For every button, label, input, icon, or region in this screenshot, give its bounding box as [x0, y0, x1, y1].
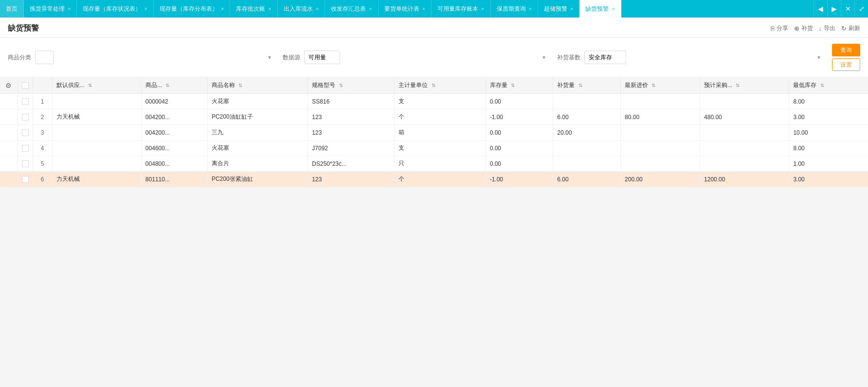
share-icon: ⎘ — [771, 25, 775, 32]
close-icon[interactable]: × — [481, 6, 484, 12]
category-select-wrapper — [35, 51, 275, 64]
refresh-button[interactable]: ↻ 刷新 — [841, 24, 860, 33]
table-row[interactable]: 2 力天机械 004200... PC200油缸缸子 123 个 -1.00 6… — [0, 109, 868, 125]
header-actions: ⎘ 分享 ⊕ 补货 ↓ 导出 ↻ 刷新 — [771, 24, 861, 33]
close-icon[interactable]: × — [221, 6, 224, 12]
nav-expand-button[interactable]: ⤢ — [854, 0, 868, 18]
settings-button[interactable]: 设置 — [832, 58, 860, 71]
close-icon[interactable]: × — [612, 6, 615, 12]
sort-icon[interactable]: ⇅ — [579, 83, 582, 88]
nav-tab-stock2[interactable]: 现存量（库存分布表） × — [154, 0, 230, 18]
table-row[interactable]: 5 004800... 离合片 DS250*23c... 只 0.00 1.00 — [0, 156, 868, 172]
row-checkbox[interactable] — [22, 98, 29, 105]
row-gear-cell — [0, 141, 18, 156]
close-icon[interactable]: × — [68, 6, 71, 12]
select-all-checkbox[interactable] — [22, 82, 29, 89]
nav-tab-order[interactable]: 要货单统计表 × — [379, 0, 432, 18]
nav-next-button[interactable]: ▶ — [827, 0, 841, 18]
close-icon[interactable]: × — [529, 6, 532, 12]
row-default-supplier: 力天机械 — [52, 172, 141, 187]
nav-tab-overstock[interactable]: 超储预警 × — [538, 0, 579, 18]
datasource-label: 数据源 — [283, 53, 300, 62]
nav-tab-label: 保质期查询 — [497, 5, 526, 13]
nav-tab-available[interactable]: 可用量库存账本 × — [432, 0, 490, 18]
row-min-stock: 3.00 — [789, 172, 868, 187]
close-icon[interactable]: × — [369, 6, 372, 12]
column-default-supplier: 默认供应... ⇅ — [52, 77, 141, 94]
row-spec: J7092 — [308, 141, 395, 156]
row-product-code: 004200... — [141, 125, 207, 141]
nav-tab-label: 现存量（库存分布表） — [160, 5, 218, 13]
row-checkbox[interactable] — [22, 114, 29, 121]
close-icon[interactable]: × — [144, 6, 147, 12]
row-latest-price — [621, 125, 700, 141]
row-checkbox[interactable] — [22, 160, 29, 167]
row-latest-price — [621, 141, 700, 156]
row-num: 2 — [33, 109, 52, 125]
close-icon[interactable]: × — [422, 6, 425, 12]
replenish-select[interactable]: 安全库存 — [584, 51, 626, 64]
table-row[interactable]: 1 0000042 火花塞 SS816 支 0.00 8.00 — [0, 94, 868, 109]
row-unit: 个 — [395, 172, 486, 187]
sort-icon[interactable]: ⇅ — [820, 83, 824, 88]
sort-icon[interactable]: ⇅ — [88, 83, 92, 88]
nav-tab-stock1[interactable]: 现存量（库存状况表） × — [77, 0, 153, 18]
row-product-name: 火花塞 — [207, 141, 307, 156]
row-unit: 个 — [395, 109, 486, 125]
row-stock: 0.00 — [486, 94, 553, 109]
sort-icon[interactable]: ⇅ — [736, 83, 740, 88]
row-latest-price: 200.00 — [621, 172, 700, 187]
row-checkbox[interactable] — [22, 176, 29, 183]
nav-tab-picking[interactable]: 拣货异常处理 × — [24, 0, 77, 18]
gear-icon[interactable]: ⚙ — [5, 82, 12, 89]
top-nav: 首页 拣货异常处理 × 现存量（库存状况表） × 现存量（库存分布表） × 库存… — [0, 0, 868, 18]
sort-icon[interactable]: ⇅ — [432, 83, 435, 88]
replenish-select-wrapper: 安全库存 — [584, 51, 824, 64]
row-unit: 支 — [395, 94, 486, 109]
replenish-button[interactable]: ⊕ 补货 — [794, 24, 813, 33]
sort-icon[interactable]: ⇅ — [511, 83, 515, 88]
row-unit: 支 — [395, 141, 486, 156]
row-min-stock: 8.00 — [789, 94, 868, 109]
category-filter-group: 商品分类 — [8, 51, 275, 64]
close-icon[interactable]: × — [316, 6, 319, 12]
row-replenish-qty — [553, 94, 621, 109]
row-checkbox[interactable] — [22, 129, 29, 136]
row-unit: 箱 — [395, 125, 486, 141]
share-button[interactable]: ⎘ 分享 — [771, 24, 788, 33]
row-forecast-purchase — [700, 94, 789, 109]
category-select[interactable] — [35, 51, 54, 64]
row-latest-price — [621, 156, 700, 172]
export-button[interactable]: ↓ 导出 — [819, 24, 836, 33]
table-row[interactable]: 6 力天机械 801110... PC200张紧油缸 123 个 -1.00 6… — [0, 172, 868, 187]
row-replenish-qty — [553, 141, 621, 156]
replenish-label: 补货基数 — [557, 53, 580, 62]
nav-tab-inout[interactable]: 出入库流水 × — [278, 0, 325, 18]
nav-prev-button[interactable]: ◀ — [814, 0, 827, 18]
nav-tab-summary[interactable]: 收发存汇总表 × — [325, 0, 378, 18]
nav-tab-expiry[interactable]: 保质期查询 × — [491, 0, 538, 18]
nav-tab-home[interactable]: 首页 — [0, 0, 24, 18]
row-spec: SS816 — [308, 94, 395, 109]
table-row[interactable]: 3 004200... 三九 123 箱 0.00 20.00 10.00 — [0, 125, 868, 141]
page-title: 缺货预警 — [8, 23, 39, 34]
sort-icon[interactable]: ⇅ — [238, 83, 242, 88]
nav-tab-batch[interactable]: 库存批次账 × — [230, 0, 277, 18]
sort-icon[interactable]: ⇅ — [339, 83, 343, 88]
row-checkbox[interactable] — [22, 145, 29, 152]
sort-icon[interactable]: ⇅ — [651, 83, 655, 88]
datasource-select[interactable]: 可用量 — [304, 51, 340, 64]
close-icon[interactable]: × — [570, 6, 573, 12]
row-num: 5 — [33, 156, 52, 172]
row-gear-cell — [0, 125, 18, 141]
query-button[interactable]: 查询 — [832, 44, 860, 56]
table-row[interactable]: 4 004600... 火花塞 J7092 支 0.00 8.00 — [0, 141, 868, 156]
row-forecast-purchase: 480.00 — [700, 109, 789, 125]
nav-close-button[interactable]: ✕ — [841, 0, 854, 18]
nav-tab-shortage[interactable]: 缺货预警 × — [579, 0, 621, 18]
category-label: 商品分类 — [8, 53, 31, 62]
sort-icon[interactable]: ⇅ — [165, 83, 169, 88]
refresh-icon: ↻ — [841, 25, 847, 32]
close-icon[interactable]: × — [268, 6, 271, 12]
row-product-code: 004200... — [141, 109, 207, 125]
